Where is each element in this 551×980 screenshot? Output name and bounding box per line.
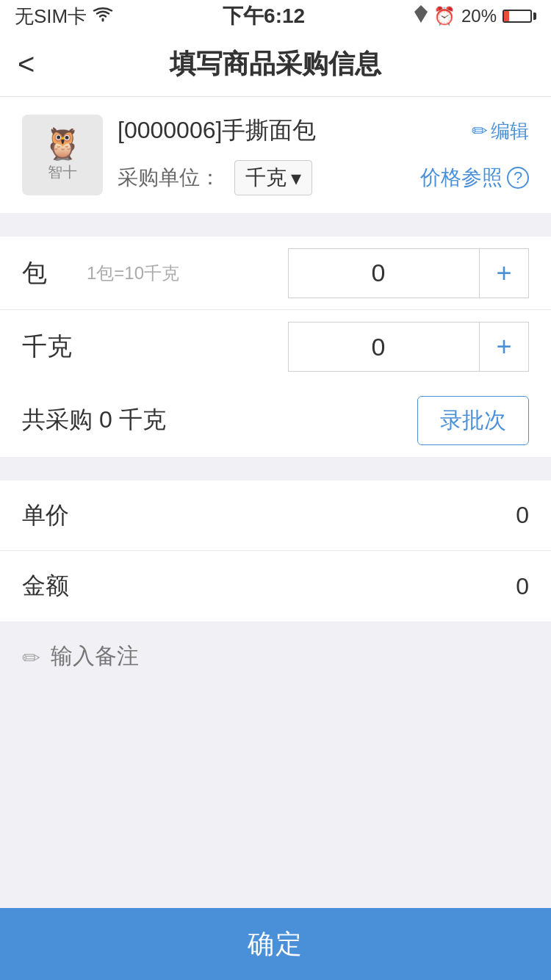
edit-label: 编辑 bbox=[491, 118, 529, 144]
battery-indicator bbox=[503, 10, 536, 23]
section-divider-2 bbox=[0, 457, 551, 469]
bag-input-row: 包 1包=10千克 + bbox=[0, 237, 551, 310]
help-icon: ? bbox=[507, 167, 529, 189]
page-title: 填写商品采购信息 bbox=[170, 46, 381, 82]
unit-select-dropdown[interactable]: 千克 ▾ bbox=[234, 160, 312, 195]
edit-button[interactable]: ✏ 编辑 bbox=[472, 118, 529, 144]
carrier-text: 无SIM卡 bbox=[15, 4, 87, 29]
status-time: 下午6:12 bbox=[223, 2, 305, 30]
thumbnail-icon: 🦉 bbox=[43, 129, 82, 159]
section-divider-1 bbox=[0, 225, 551, 237]
back-button[interactable]: < bbox=[18, 48, 35, 81]
nav-bar: < 填写商品采购信息 bbox=[0, 32, 551, 97]
price-reference-button[interactable]: 价格参照 ? bbox=[420, 164, 529, 192]
unit-label: 采购单位： bbox=[118, 166, 220, 189]
status-right: ⏰ 20% bbox=[414, 5, 536, 27]
amount-row: 金额 0 bbox=[0, 551, 551, 621]
product-info: [0000006]手撕面包 ✏ 编辑 采购单位： 千克 ▾ 价格参照 ? bbox=[118, 115, 529, 195]
kg-quantity-input[interactable] bbox=[288, 322, 479, 372]
kg-input-controls: + bbox=[288, 322, 529, 372]
product-name: [0000006]手撕面包 bbox=[118, 115, 316, 147]
kg-input-row: 千克 + bbox=[0, 310, 551, 383]
bag-input-controls: + bbox=[288, 248, 529, 298]
unit-selector: 采购单位： 千克 ▾ bbox=[118, 160, 312, 195]
product-thumbnail: 🦉 智十 bbox=[22, 115, 103, 195]
bag-label: 包 bbox=[22, 256, 81, 290]
unit-price-row: 单价 0 bbox=[0, 480, 551, 551]
battery-percent: 20% bbox=[461, 6, 497, 26]
alarm-icon: ⏰ bbox=[433, 6, 455, 26]
amount-label: 金额 bbox=[22, 570, 69, 602]
bag-plus-button[interactable]: + bbox=[479, 248, 529, 298]
unit-price-label: 单价 bbox=[22, 500, 69, 532]
status-bar: 无SIM卡 下午6:12 ⏰ 20% bbox=[0, 0, 551, 32]
thumbnail-text: 智十 bbox=[48, 162, 77, 182]
kg-label: 千克 bbox=[22, 330, 81, 364]
product-unit-row: 采购单位： 千克 ▾ 价格参照 ? bbox=[118, 160, 529, 195]
bag-quantity-input[interactable] bbox=[288, 248, 479, 298]
amount-value: 0 bbox=[516, 573, 529, 600]
edit-icon: ✏ bbox=[472, 120, 488, 143]
notes-input[interactable] bbox=[51, 644, 529, 669]
status-left: 无SIM卡 bbox=[15, 4, 113, 29]
price-ref-label: 价格参照 bbox=[420, 164, 503, 192]
bag-sublabel: 1包=10千克 bbox=[87, 262, 179, 285]
product-card: 🦉 智十 [0000006]手撕面包 ✏ 编辑 采购单位： 千克 ▾ bbox=[0, 97, 551, 213]
unit-value: 千克 bbox=[245, 164, 287, 192]
record-batch-button[interactable]: 录批次 bbox=[417, 396, 529, 445]
price-section: 单价 0 金额 0 bbox=[0, 480, 551, 621]
dropdown-arrow-icon: ▾ bbox=[291, 166, 301, 190]
quantity-section: 包 1包=10千克 + 千克 + bbox=[0, 237, 551, 383]
summary-text: 共采购 0 千克 bbox=[22, 404, 166, 436]
confirm-button[interactable]: 确定 bbox=[0, 908, 551, 980]
unit-price-value: 0 bbox=[516, 502, 529, 529]
summary-row: 共采购 0 千克 录批次 bbox=[0, 383, 551, 457]
kg-plus-button[interactable]: + bbox=[479, 322, 529, 372]
wifi-icon bbox=[93, 5, 113, 28]
location-icon bbox=[414, 5, 428, 27]
product-name-row: [0000006]手撕面包 ✏ 编辑 bbox=[118, 115, 529, 147]
pencil-icon: ✏ bbox=[22, 645, 40, 671]
notes-section[interactable]: ✏ bbox=[0, 621, 551, 710]
